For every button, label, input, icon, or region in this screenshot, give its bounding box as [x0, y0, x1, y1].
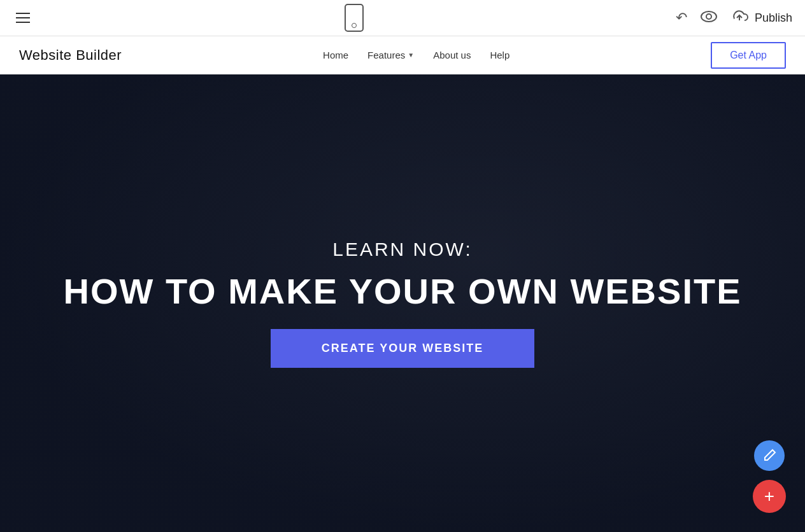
cloud-upload-icon	[730, 9, 750, 27]
preview-icon[interactable]	[700, 10, 718, 25]
nav-help[interactable]: Help	[490, 50, 509, 60]
nav-home-label: Home	[323, 50, 348, 60]
fab-add-button[interactable]: +	[753, 480, 786, 513]
nav-about-label: About us	[433, 50, 471, 60]
toolbar: ↶ Publish	[0, 0, 805, 36]
undo-icon[interactable]: ↶	[676, 10, 687, 26]
nav-features[interactable]: Features ▼	[367, 50, 414, 60]
toolbar-left	[13, 10, 33, 26]
svg-point-1	[706, 14, 711, 19]
fab-edit-button[interactable]	[754, 440, 785, 471]
nav-help-label: Help	[490, 50, 509, 60]
plus-icon: +	[764, 486, 774, 507]
hero-cta-button[interactable]: CREATE YOUR WEBSITE	[271, 329, 534, 368]
hero-content: LEARN NOW: HOW TO MAKE YOUR OWN WEBSITE …	[63, 239, 741, 368]
nav-about[interactable]: About us	[433, 50, 471, 60]
toolbar-center	[345, 4, 364, 32]
hero-main-heading: HOW TO MAKE YOUR OWN WEBSITE	[63, 272, 741, 311]
hero-subheading: LEARN NOW:	[332, 239, 472, 260]
publish-label: Publish	[755, 11, 792, 25]
site-title: Website Builder	[19, 47, 122, 64]
preview-nav: Home Features ▼ About us Help	[323, 50, 509, 60]
preview-navbar: Website Builder Home Features ▼ About us…	[0, 36, 805, 74]
get-app-button[interactable]: Get App	[711, 42, 786, 69]
mobile-preview-icon[interactable]	[345, 4, 364, 32]
hero-section: LEARN NOW: HOW TO MAKE YOUR OWN WEBSITE …	[0, 74, 805, 532]
fab-container: +	[753, 440, 786, 513]
nav-home[interactable]: Home	[323, 50, 348, 60]
toolbar-right: ↶ Publish	[676, 9, 792, 27]
hamburger-menu-icon[interactable]	[13, 10, 33, 26]
publish-button[interactable]: Publish	[730, 9, 792, 27]
nav-features-label: Features	[367, 50, 405, 60]
features-dropdown-icon: ▼	[408, 52, 414, 59]
svg-point-0	[701, 11, 716, 22]
